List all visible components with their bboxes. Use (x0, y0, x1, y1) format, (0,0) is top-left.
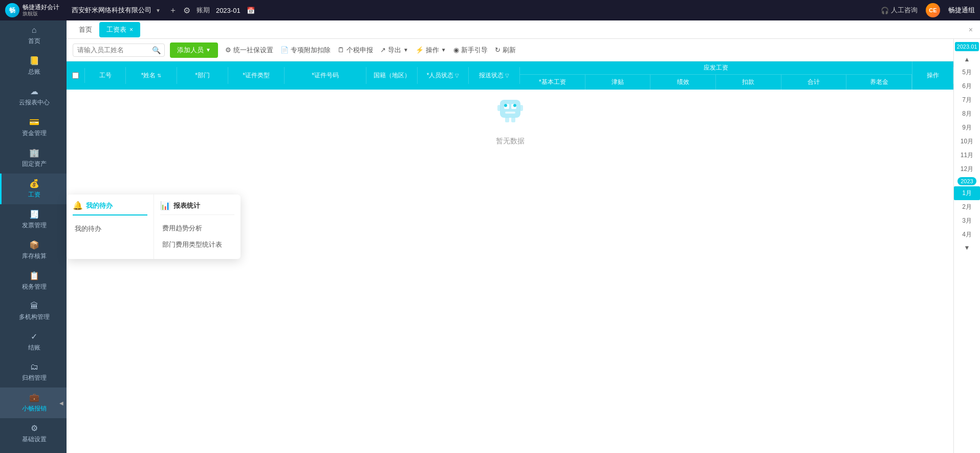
deduction-icon: 📄 (280, 46, 289, 54)
popup-title-todo[interactable]: 🔔 我的待办 (73, 201, 147, 215)
assets-icon: 🏢 (29, 148, 39, 158)
sidebar-item-invoice[interactable]: 🧾 发票管理 (0, 204, 67, 235)
timeline-up-arrow[interactable]: ▲ (954, 53, 980, 66)
th-total: 合计 (781, 75, 847, 90)
timeline-item-10[interactable]: 10月 (954, 135, 980, 148)
search-icon[interactable]: 🔍 (152, 46, 161, 54)
timeline-item-apr[interactable]: 4月 (954, 228, 980, 242)
empty-text: 暂无数据 (496, 137, 525, 146)
timeline-header: 2023.01 (955, 42, 979, 51)
export-icon: ↗ (380, 46, 386, 54)
table-body: 暂无数据 (67, 90, 953, 453)
tab-close-right-button[interactable]: × (967, 24, 975, 36)
timeline-item-9[interactable]: 9月 (954, 121, 980, 135)
expense-icon: 💼 (29, 393, 39, 402)
th-employee-no: 工号 (85, 67, 126, 84)
timeline-item-mar[interactable]: 3月 (954, 214, 980, 228)
logo-text: 畅捷通好会计 旗舰版 (23, 4, 59, 17)
tab-home[interactable]: 首页 (72, 22, 99, 37)
add-employee-button[interactable]: 添加人员 ▼ (170, 42, 218, 58)
svg-rect-7 (511, 117, 515, 122)
sidebar-item-close[interactable]: ✓ 结账 (0, 327, 67, 357)
th-allowance: 津贴 (585, 75, 651, 90)
timeline-item-jan[interactable]: 1月 (954, 186, 980, 200)
toolbar: 🔍 添加人员 ▼ ⚙ 统一社保设置 📄 专项附加扣除 (67, 39, 953, 61)
sidebar-item-guide[interactable]: ▶ 新手引导 (0, 449, 67, 453)
add-period-icon[interactable]: ＋ (169, 5, 177, 16)
sidebar-item-xiaochang[interactable]: 💼 小畅报销 ◀ (0, 387, 67, 418)
th-country: 国籍（地区） (366, 67, 418, 84)
sidebar-expand-icon: ◀ (59, 400, 63, 406)
popup-item-cost-trend[interactable]: 费用趋势分析 (160, 220, 235, 236)
th-checkbox[interactable] (67, 68, 85, 83)
sidebar-item-ledger[interactable]: 📒 总账 (0, 51, 67, 81)
timeline-item-8[interactable]: 8月 (954, 107, 980, 121)
timeline-item-5[interactable]: 5月 (954, 66, 980, 79)
refresh-icon: ↻ (495, 46, 500, 54)
calendar-icon[interactable]: 📅 (247, 7, 255, 14)
th-report-status: 报送状态 ▽ (469, 67, 520, 84)
tab-payroll[interactable]: 工资表 × (99, 22, 140, 37)
top-bar: 畅 畅捷通好会计 旗舰版 西安虾米网络科技有限公司 ▼ ＋ ⚙ 账期 2023-… (0, 0, 980, 20)
payroll-icon: 💰 (29, 179, 39, 188)
social-insurance-action[interactable]: ⚙ 统一社保设置 (225, 46, 273, 55)
sidebar-label-tax: 税务管理 (22, 283, 47, 291)
company-selector[interactable]: 西安虾米网络科技有限公司 ▼ (72, 6, 161, 15)
timeline-item-12[interactable]: 12月 (954, 162, 980, 176)
table-header-row1: 工号 *姓名 ⇅ *部门 *证件类型 *证件号码 国籍（地区） *人员状态 ▽ (67, 61, 953, 90)
inventory-icon: 📦 (29, 240, 39, 250)
timeline-item-feb[interactable]: 2月 (954, 200, 980, 214)
report-status-filter-icon[interactable]: ▽ (505, 73, 509, 78)
timeline-item-7[interactable]: 7月 (954, 93, 980, 107)
select-all-checkbox[interactable] (72, 72, 79, 79)
sidebar-item-tax[interactable]: 📋 税务管理 (0, 266, 67, 296)
sidebar-item-assets[interactable]: 🏢 固定资产 (0, 143, 67, 174)
logo-area: 畅 畅捷通好会计 旗舰版 (5, 3, 72, 17)
popup-title-reports[interactable]: 📊 报表统计 (160, 201, 235, 215)
search-input[interactable] (77, 46, 149, 54)
multi-org-icon: 🏛 (30, 301, 38, 311)
add-chevron-icon: ▼ (206, 47, 211, 53)
sidebar-item-archive[interactable]: 🗂 归档管理 (0, 357, 67, 387)
support-link[interactable]: 🎧 人工咨询 (881, 6, 918, 15)
svg-rect-5 (520, 105, 523, 111)
refresh-action[interactable]: ↻ 刷新 (495, 46, 516, 55)
sidebar-item-settings[interactable]: ⚙ 基础设置 (0, 418, 67, 449)
timeline-item-11[interactable]: 11月 (954, 148, 980, 162)
sidebar-item-multi-org[interactable]: 🏛 多机构管理 (0, 296, 67, 327)
th-salary-group-title: 应发工资 (520, 61, 912, 75)
ledger-icon: 📒 (29, 56, 39, 66)
person-status-filter-icon[interactable]: ▽ (455, 73, 459, 78)
operation-action[interactable]: ⚡ 操作 ▼ (416, 46, 446, 55)
guide-action[interactable]: ◉ 新手引导 (453, 46, 488, 55)
svg-rect-0 (500, 100, 520, 118)
logo-icon: 畅 (5, 3, 19, 17)
right-timeline: 2023.01 ▲ 5月 6月 7月 8月 9月 10月 11月 12月 202… (953, 39, 980, 453)
sidebar-item-inventory[interactable]: 📦 库存核算 (0, 235, 67, 266)
sidebar-item-finance[interactable]: 💳 资金管理 (0, 112, 67, 143)
special-deduction-action[interactable]: 📄 专项附加扣除 (280, 46, 331, 55)
th-salary-group: 应发工资 *基本工资 津贴 绩效 扣款 合计 养老金 (520, 61, 912, 90)
tax-report-action[interactable]: 🗒 个税申报 (338, 46, 373, 55)
th-base-salary: *基本工资 (520, 75, 585, 90)
popup-col-todo: 🔔 我的待办 我的待办 (67, 195, 154, 259)
sidebar-item-report[interactable]: ☁ 云报表中心 (0, 81, 67, 112)
sidebar-item-payroll[interactable]: 💰 工资 (0, 174, 67, 204)
popup-item-dept-cost[interactable]: 部门费用类型统计表 (160, 236, 235, 253)
svg-point-8 (504, 104, 507, 107)
sidebar-label-invoice: 发票管理 (22, 221, 47, 230)
th-pension: 养老金 (846, 75, 912, 90)
settings-icon[interactable]: ⚙ (183, 6, 190, 15)
toolbar-actions: ⚙ 统一社保设置 📄 专项附加扣除 🗒 个税申报 ↗ (225, 46, 516, 55)
timeline-item-6[interactable]: 6月 (954, 79, 980, 93)
th-deduction: 扣款 (716, 75, 781, 90)
tab-close-button[interactable]: × (129, 26, 133, 33)
popup-item-my-todo[interactable]: 我的待办 (73, 221, 147, 237)
timeline-down-arrow[interactable]: ▼ (954, 242, 980, 254)
sidebar-item-home[interactable]: ⌂ 首页 (0, 20, 67, 51)
export-action[interactable]: ↗ 导出 ▼ (380, 46, 408, 55)
name-sort-icon[interactable]: ⇅ (157, 73, 161, 78)
empty-illustration (490, 90, 531, 131)
popup-xiaochang: 🔔 我的待办 我的待办 📊 报表统计 费用趋势分析 部门费用类型统计表 (67, 195, 241, 259)
home-icon: ⌂ (32, 26, 37, 35)
